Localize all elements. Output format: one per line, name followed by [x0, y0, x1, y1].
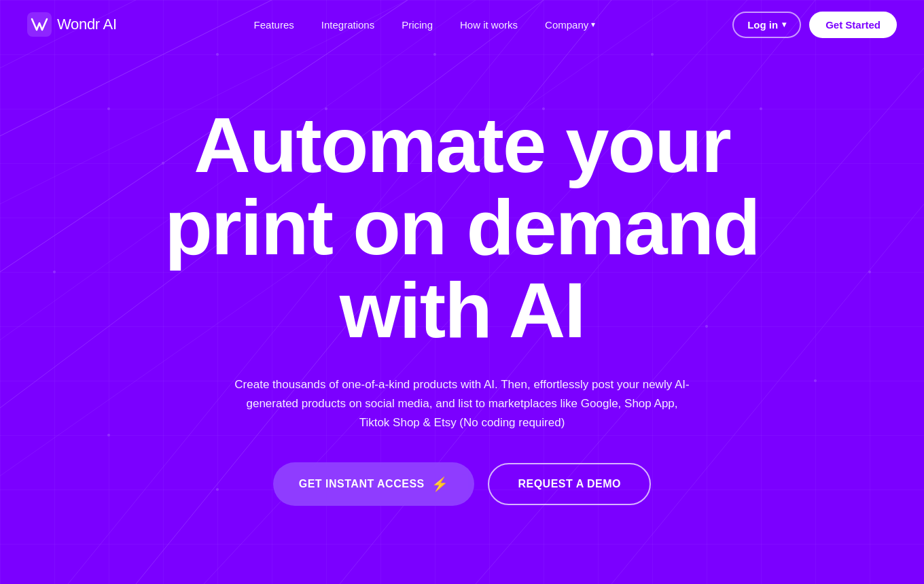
nav-actions: Log in ▾ Get Started [732, 12, 897, 38]
instant-access-label: GET INSTANT ACCESS [299, 478, 425, 490]
nav-item-features: Features [241, 14, 308, 36]
pricing-link[interactable]: Pricing [388, 14, 446, 36]
navbar: Wondr AI Features Integrations Pricing H… [0, 0, 924, 49]
features-link[interactable]: Features [241, 14, 308, 36]
hero-buttons: GET INSTANT ACCESS ⚡ REQUEST A DEMO [273, 462, 652, 506]
lightning-icon: ⚡ [431, 476, 449, 492]
login-chevron-icon: ▾ [782, 20, 786, 29]
logo-text: Wondr AI [57, 16, 117, 33]
logo-icon [27, 12, 52, 37]
company-chevron-icon: ▾ [591, 20, 595, 29]
logo-link[interactable]: Wondr AI [27, 12, 117, 37]
hero-title: Automate your print on demand with AI [164, 103, 759, 351]
nav-item-pricing: Pricing [388, 14, 446, 36]
how-it-works-link[interactable]: How it works [446, 14, 531, 36]
integrations-link[interactable]: Integrations [308, 14, 388, 36]
nav-item-integrations: Integrations [308, 14, 388, 36]
instant-access-button[interactable]: GET INSTANT ACCESS ⚡ [273, 462, 475, 506]
company-link[interactable]: Company ▾ [531, 14, 609, 36]
nav-links: Features Integrations Pricing How it wor… [241, 14, 609, 36]
request-demo-label: REQUEST A DEMO [518, 478, 621, 490]
request-demo-button[interactable]: REQUEST A DEMO [488, 463, 651, 505]
login-button[interactable]: Log in ▾ [732, 12, 801, 38]
nav-item-company: Company ▾ [531, 14, 609, 36]
hero-subtitle: Create thousands of one-of-a-kind produc… [231, 375, 693, 432]
get-started-button[interactable]: Get Started [809, 12, 897, 38]
hero-section: Automate your print on demand with AI Cr… [0, 49, 924, 547]
nav-item-how-it-works: How it works [446, 14, 531, 36]
